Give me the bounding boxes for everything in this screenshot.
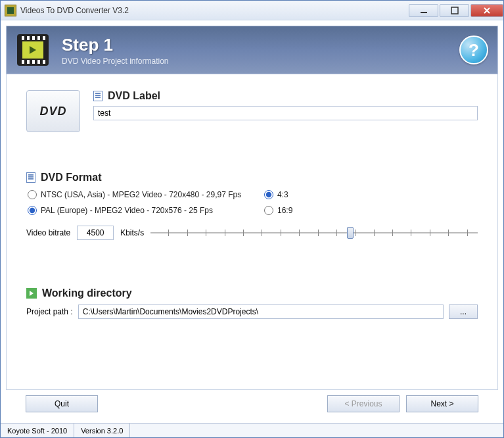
bitrate-units: Kbits/s <box>120 228 144 237</box>
dvd-icon: DVD <box>26 90 80 132</box>
page-icon <box>93 91 103 101</box>
window-title: Videos To DVD Converter V3.2 <box>20 6 407 15</box>
status-version: Version 3.2.0 <box>74 424 130 437</box>
quit-button[interactable]: Quit <box>26 395 98 412</box>
radio-ntsc[interactable]: NTSC (USA, Asia) - MPEG2 Video - 720x480… <box>28 190 264 199</box>
minimize-button[interactable] <box>409 4 438 17</box>
dvd-format-title: DVD Format <box>41 172 101 183</box>
svg-rect-1 <box>451 7 458 14</box>
dvd-label-input[interactable] <box>93 106 478 120</box>
hero-banner: Step 1 DVD Video Project information ? <box>6 26 498 74</box>
dvd-label-title: DVD Label <box>108 90 160 102</box>
radio-pal-label: PAL (Europe) - MPEG2 Video - 720x576 - 2… <box>41 206 213 215</box>
help-button[interactable]: ? <box>459 36 488 64</box>
arrow-right-icon <box>26 288 37 299</box>
radio-43[interactable]: 4:3 <box>264 190 356 199</box>
footer: Quit < Previous Next > <box>6 390 498 418</box>
maximize-button[interactable] <box>440 4 469 17</box>
slider-thumb[interactable] <box>347 227 354 239</box>
bitrate-input[interactable] <box>77 226 114 240</box>
page-icon <box>26 172 35 183</box>
svg-rect-0 <box>421 12 427 13</box>
bitrate-slider[interactable] <box>150 226 478 240</box>
radio-43-label: 4:3 <box>277 190 288 199</box>
statusbar: Koyote Soft - 2010 Version 3.2.0 <box>1 423 503 437</box>
project-path-input[interactable] <box>78 304 444 319</box>
radio-pal[interactable]: PAL (Europe) - MPEG2 Video - 720x576 - 2… <box>28 206 264 215</box>
step-subtitle: DVD Video Project information <box>62 57 169 66</box>
film-icon <box>17 34 49 66</box>
bitrate-label: Video bitrate <box>26 228 70 237</box>
close-button[interactable] <box>470 4 503 17</box>
radio-169-label: 16:9 <box>277 206 292 215</box>
titlebar: Videos To DVD Converter V3.2 <box>1 1 503 20</box>
status-company: Koyote Soft - 2010 <box>1 424 74 437</box>
app-icon <box>5 5 16 16</box>
browse-button[interactable]: ... <box>449 304 478 319</box>
previous-button[interactable]: < Previous <box>327 395 400 412</box>
step-title: Step 1 <box>62 35 169 55</box>
radio-ntsc-label: NTSC (USA, Asia) - MPEG2 Video - 720x480… <box>41 190 241 199</box>
working-dir-title: Working directory <box>42 287 132 299</box>
project-path-label: Project path : <box>26 307 73 316</box>
next-button[interactable]: Next > <box>406 395 478 412</box>
app-window: Videos To DVD Converter V3.2 Step 1 DVD … <box>0 0 504 438</box>
radio-169[interactable]: 16:9 <box>264 206 356 215</box>
